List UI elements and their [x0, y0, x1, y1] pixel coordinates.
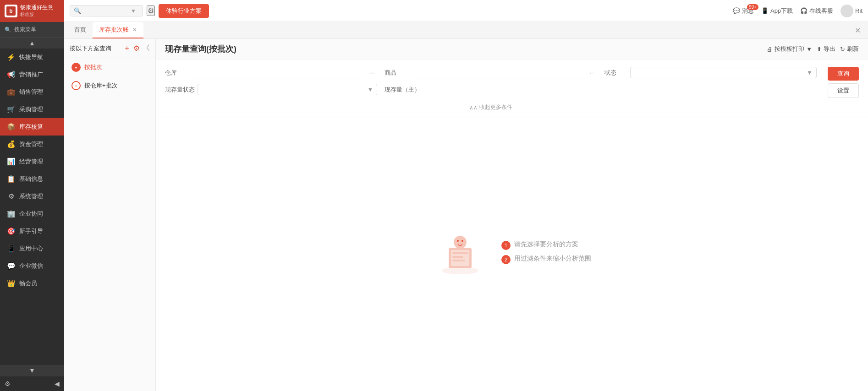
warehouse-more-btn[interactable]: ··· — [367, 69, 377, 77]
product-input[interactable] — [410, 67, 584, 78]
close-all-tabs-btn[interactable]: ✕ — [851, 24, 864, 37]
app-version: 标准版 — [20, 11, 53, 18]
sidebar-item-app-center[interactable]: 📱 应用中心 — [0, 240, 64, 257]
sidebar-item-basic[interactable]: 📋 基础信息 — [0, 170, 64, 188]
app-download-btn[interactable]: 📱 App下载 — [761, 7, 793, 15]
experience-btn[interactable]: 体验行业方案 — [159, 4, 209, 18]
service-icon: 🎧 — [800, 7, 808, 14]
avatar — [841, 5, 853, 17]
svg-rect-5 — [452, 260, 465, 261]
sidebar-item-label: 采购管理 — [19, 105, 43, 114]
sidebar-item-label: 快捷导航 — [19, 53, 43, 61]
add-scheme-btn[interactable]: ＋ — [123, 43, 131, 53]
sidebar-item-label: 应用中心 — [19, 244, 43, 253]
page-header: 现存量查询(按批次) 🖨 按模板打印 ▼ ⬆ 导出 ↻ 刷新 — [156, 39, 868, 60]
sidebar-item-purchase[interactable]: 🛒 采购管理 — [0, 101, 64, 118]
page-title: 现存量查询(按批次) — [165, 43, 236, 54]
sidebar-item-inventory[interactable]: 📦 库存核算 — [0, 118, 64, 136]
scheme-by-warehouse-batch-label: 按仓库+批次 — [84, 81, 118, 90]
scheme-by-batch[interactable]: ● 按批次 — [64, 58, 155, 76]
inventory-qty-max[interactable] — [517, 84, 597, 95]
sidebar-item-label: 经营管理 — [19, 157, 43, 166]
app-logo: b — [5, 5, 17, 17]
scheme-active-icon: ● — [71, 63, 81, 72]
search-menu-btn[interactable]: 🔍 搜索菜单 — [0, 22, 64, 38]
sidebar-item-finance[interactable]: 💰 资金管理 — [0, 136, 64, 153]
svg-point-8 — [461, 240, 463, 242]
topbar-right: 💬 消息 99+ 📱 App下载 🎧 在线客服 Rit — [733, 5, 863, 17]
scheme-inactive-icon: ○ — [71, 81, 81, 90]
right-main: 现存量查询(按批次) 🖨 按模板打印 ▼ ⬆ 导出 ↻ 刷新 — [156, 39, 868, 391]
collapse-panel-btn[interactable]: 《 — [143, 43, 150, 53]
purchase-icon: 🛒 — [6, 105, 16, 114]
scheme-by-warehouse-batch[interactable]: ○ 按仓库+批次 — [64, 76, 155, 95]
chevron-down-icon: ▼ — [807, 69, 813, 76]
tab-home[interactable]: 首页 — [68, 22, 93, 38]
refresh-btn[interactable]: ↻ 刷新 — [840, 45, 859, 53]
filter-product: 商品 ··· — [385, 67, 597, 78]
set-btn[interactable]: 设置 — [828, 83, 859, 98]
print-template-btn[interactable]: 🖨 按模板打印 ▼ — [767, 45, 812, 53]
user-profile-btn[interactable]: Rit — [841, 5, 863, 17]
sidebar-item-newbie[interactable]: 🎯 新手引导 — [0, 223, 64, 240]
message-btn[interactable]: 💬 消息 99+ — [733, 7, 754, 15]
chevron-down-icon[interactable]: ▼ — [131, 8, 136, 14]
export-btn[interactable]: ⬆ 导出 — [817, 45, 835, 53]
message-icon: 💬 — [733, 7, 740, 14]
collapse-more-btn[interactable]: ∧∧ 收起更多条件 — [165, 101, 817, 114]
status-dropdown[interactable]: ▼ — [630, 67, 817, 78]
sidebar-item-marketing[interactable]: 📢 营销推广 — [0, 66, 64, 83]
warehouse-input[interactable] — [191, 67, 364, 78]
scroll-down-btn[interactable]: ▼ — [0, 365, 64, 376]
sales-icon: 💼 — [6, 88, 16, 96]
topbar-search-input[interactable] — [83, 8, 129, 14]
empty-text: 1 请先选择要分析的方案 2 用过滤条件来缩小分析范围 — [501, 240, 591, 269]
sidebar-item-label: 营销推广 — [19, 71, 43, 79]
sidebar-header: b 畅康通好生意 标准版 — [0, 0, 64, 22]
sidebar-item-quick-nav[interactable]: ⚡ 快捷导航 — [0, 49, 64, 66]
sidebar-item-sales[interactable]: 💼 销售管理 — [0, 83, 64, 101]
inventory-icon: 📦 — [6, 123, 16, 131]
sidebar-item-enterprise[interactable]: 🏢 企业协同 — [0, 205, 64, 223]
sidebar-item-operations[interactable]: 📊 经营管理 — [0, 153, 64, 170]
inventory-status-label: 现存量状态 — [165, 86, 195, 94]
left-panel-header: 按以下方案查询 ＋ ⚙ 《 — [64, 39, 155, 58]
sidebar-item-label: 畅会员 — [19, 279, 37, 288]
sidebar-item-label: 基础信息 — [19, 175, 43, 183]
scheme-settings-btn[interactable]: ⚙ — [133, 44, 140, 53]
range-dash: — — [507, 86, 513, 93]
sidebar-item-system[interactable]: ⚙ 系统管理 — [0, 188, 64, 205]
inventory-qty-range: — — [423, 84, 597, 95]
inventory-qty-min[interactable] — [423, 84, 503, 95]
refresh-icon: ↻ — [840, 46, 845, 53]
inventory-qty-label: 现存量（主） — [385, 86, 420, 94]
page-header-actions: 🖨 按模板打印 ▼ ⬆ 导出 ↻ 刷新 — [767, 45, 859, 53]
settings-icon[interactable]: ⚙ — [147, 5, 155, 16]
sidebar-item-member[interactable]: 👑 畅会员 — [0, 275, 64, 292]
collapse-sidebar-btn[interactable]: ◀ — [55, 380, 60, 387]
query-btn[interactable]: 查询 — [828, 67, 859, 81]
tab-home-label: 首页 — [74, 26, 86, 34]
online-service-btn[interactable]: 🎧 在线客服 — [800, 7, 833, 15]
search-icon: 🔍 — [74, 7, 81, 14]
quick-nav-icon: ⚡ — [6, 53, 16, 61]
main-area: 🔍 ▼ ⚙ 体验行业方案 💬 消息 99+ 📱 App下载 🎧 在线客服 R — [64, 0, 868, 391]
inventory-status-dropdown[interactable]: ▼ — [198, 84, 377, 95]
sidebar-item-wechat[interactable]: 💬 企业微信 — [0, 257, 64, 275]
tab-inventory-batch[interactable]: 库存批次账 ✕ — [93, 22, 143, 38]
topbar-search-box[interactable]: 🔍 ▼ — [70, 5, 143, 16]
member-icon: 👑 — [6, 279, 16, 288]
chevron-down-icon: ▼ — [367, 86, 373, 93]
scroll-up-btn[interactable]: ▲ — [0, 38, 64, 49]
svg-point-7 — [457, 240, 459, 242]
filter-status: 状态 ▼ — [604, 67, 817, 78]
settings-btn[interactable]: ⚙ — [5, 380, 11, 387]
message-badge: 99+ — [747, 4, 758, 10]
tab-close-icon[interactable]: ✕ — [132, 27, 137, 33]
filter-btn-area: 查询 设置 — [824, 67, 859, 98]
print-icon: 🖨 — [767, 46, 773, 53]
product-more-btn[interactable]: ··· — [587, 69, 597, 77]
filter-row-1: 仓库 ··· 商品 ··· 状态 — [165, 67, 817, 78]
sidebar-item-label: 系统管理 — [19, 192, 43, 201]
tabbar: 首页 库存批次账 ✕ ✕ — [64, 22, 868, 39]
